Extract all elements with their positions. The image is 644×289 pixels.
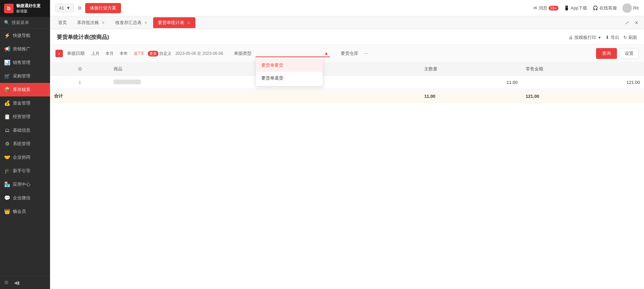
content-area: 要货单统计表(按商品) 🖨 按模板打印 ▼ ⬇ 导出 ↻ 刷新 › (50, 29, 644, 289)
export-btn[interactable]: ⬇ 导出 (605, 35, 619, 41)
sidebar-item-vip[interactable]: 👑 畅会员 (0, 205, 50, 218)
date-custom-btn[interactable]: 自定义 (159, 51, 171, 57)
dropdown-item-order-goods[interactable]: 要货单要货 (256, 59, 323, 72)
filter-type-wrapper: ▲ 要货单要货 要货单退货 (256, 50, 330, 57)
cell-product (110, 76, 277, 89)
sidebar-item-finance[interactable]: 💰 资金管理 (0, 96, 50, 110)
footer-label: 合计 (50, 89, 277, 104)
footer-quantity: 11.00 (420, 89, 522, 104)
tab-inventory-batch-close[interactable]: × (101, 20, 105, 25)
sidebar-item-system[interactable]: ⚙ 系统管理 (0, 137, 50, 151)
refresh-icon: ↻ (623, 35, 627, 40)
messages-label: 消息 (539, 5, 547, 11)
sidebar-item-appstore[interactable]: 🏪 应用中心 (0, 178, 50, 191)
date-btn-last-month[interactable]: 上月 (89, 50, 102, 58)
filter-expand-btn[interactable]: › (55, 50, 63, 57)
tab-order-summary[interactable]: 要货单统计表 × (153, 17, 195, 28)
user-name-label: Rit (633, 5, 639, 10)
sidebar-item-marketing[interactable]: 📢 营销推广 (0, 42, 50, 56)
product-placeholder (114, 80, 141, 84)
tab-inventory-batch-label: 库存批次账 (77, 20, 99, 26)
table-settings-icon[interactable]: ⚙ (78, 66, 82, 72)
export-label: 导出 (611, 35, 619, 41)
type-select[interactable]: ▲ (256, 50, 330, 57)
sidebar-item-enterprise[interactable]: 🤝 企业协同 (0, 151, 50, 164)
cell-quantity: 11.00 (420, 76, 522, 89)
date-btn-this-year[interactable]: 本年 (117, 50, 130, 58)
app-download-btn[interactable]: 📱 App下载 (564, 5, 587, 11)
type-select-input[interactable] (257, 51, 324, 56)
type-filter-label: 单据类型 (234, 50, 252, 57)
date-more-badge[interactable]: 更多 (148, 51, 159, 57)
trial-btn[interactable]: 体验行业方案 (85, 3, 121, 13)
tab-order-summary-label: 要货单统计表 (158, 20, 184, 26)
filter-bar: › 单据日期 上月 本月 本年 近7天 更多 自定义 2023-05-06 至 … (50, 45, 644, 63)
enterprise-icon: 🤝 (4, 154, 10, 160)
sidebar-item-inventory[interactable]: 📦 库存核算 (0, 83, 50, 96)
sidebar-item-basic[interactable]: 🗂 基础信息 (0, 124, 50, 137)
store-name: 41 (59, 5, 64, 10)
sidebar-item-guide[interactable]: 🎓 新手引导 (0, 164, 50, 178)
sidebar-item-sales[interactable]: 📊 销售管理 (0, 56, 50, 69)
table-wrap: ⚙ 商品 主计量单位 主数量 零售金额 1 块 (50, 63, 644, 103)
tab-inventory-batch[interactable]: 库存批次账 × (72, 17, 110, 28)
sidebar: b 畅捷通好生意 标准版 🔍 搜索菜单 ⚡ 快捷导航 📢 营销推广 📊 销售管理… (0, 0, 50, 289)
store-selector[interactable]: 41 ▼ (55, 4, 74, 12)
collapse-sidebar-btn[interactable]: ◀▮ (14, 280, 20, 285)
warehouse-more-icon[interactable]: ··· (364, 50, 368, 57)
marketing-icon: 📢 (4, 46, 10, 52)
type-select-arrow[interactable]: ▲ (324, 50, 329, 56)
sidebar-search[interactable]: 🔍 搜索菜单 (0, 17, 50, 29)
query-btn[interactable]: 查询 (596, 48, 617, 59)
sidebar-brand: 畅捷通好生意 标准版 (16, 3, 41, 14)
table-footer-row: 合计 11.00 121.00 (50, 89, 644, 104)
topbar-left: 41 ▼ ⚙ 体验行业方案 (55, 3, 121, 13)
tab-expand-icon[interactable]: ⤢ (623, 19, 631, 27)
dropdown-menu: 要货单要货 要货单退货 (256, 57, 323, 86)
vip-icon: 👑 (4, 208, 10, 215)
tab-home[interactable]: 首页 (53, 17, 72, 28)
user-profile-btn[interactable]: Rit (622, 3, 639, 13)
tab-receive-summary-label: 收发存汇总表 (115, 20, 142, 26)
tab-order-summary-close[interactable]: × (186, 20, 190, 25)
sidebar-item-shortcuts[interactable]: ⚡ 快捷导航 (0, 29, 50, 42)
online-service-btn[interactable]: 🎧 在线客服 (593, 5, 617, 11)
date-btn-last7days[interactable]: 近7天 (131, 50, 147, 58)
dropdown-item-order-return[interactable]: 要货单退货 (256, 72, 323, 85)
refresh-label: 刷新 (628, 35, 637, 41)
print-icon: 🖨 (569, 35, 573, 40)
tabs-bar: 首页 库存批次账 × 收发存汇总表 × 要货单统计表 × ⤢ ✕ (50, 16, 644, 29)
tab-receive-summary-close[interactable]: × (144, 20, 148, 25)
date-btn-this-month[interactable]: 本月 (103, 50, 116, 58)
date-options: 上月 本月 本年 近7天 更多 自定义 (89, 50, 171, 58)
sidebar-item-operations[interactable]: 📋 经营管理 (0, 110, 50, 124)
settings-footer-icon[interactable]: ⚙ (4, 280, 8, 286)
inventory-icon: 📦 (4, 87, 10, 93)
print-template-btn[interactable]: 🖨 按模板打印 ▼ (569, 35, 601, 41)
service-icon: 🎧 (593, 5, 598, 10)
tab-home-label: 首页 (58, 20, 67, 26)
messages-btn[interactable]: ✉ 消息 99+ (533, 5, 558, 11)
refresh-btn[interactable]: ↻ 刷新 (623, 35, 637, 41)
app-logo: b (4, 4, 14, 13)
search-icon: 🔍 (4, 20, 9, 25)
tab-close-all-icon[interactable]: ✕ (633, 19, 641, 27)
topbar-settings-icon[interactable]: ⚙ (77, 5, 82, 11)
data-table: ⚙ 商品 主计量单位 主数量 零售金额 1 块 (50, 63, 644, 103)
col-settings[interactable]: ⚙ (50, 63, 110, 76)
finance-icon: 💰 (4, 100, 10, 106)
topbar-right: ✉ 消息 99+ 📱 App下载 🎧 在线客服 Rit (533, 3, 639, 13)
sidebar-item-wechat[interactable]: 💬 企业微信 (0, 191, 50, 205)
system-icon: ⚙ (4, 141, 10, 147)
main-area: 41 ▼ ⚙ 体验行业方案 ✉ 消息 99+ 📱 App下载 🎧 在线客服 R (50, 0, 644, 289)
sales-icon: 📊 (4, 60, 10, 66)
settings-btn[interactable]: 设置 (620, 48, 639, 59)
guide-icon: 🎓 (4, 168, 10, 174)
tab-receive-summary[interactable]: 收发存汇总表 × (111, 17, 152, 28)
footer-amount: 121.00 (522, 89, 644, 104)
sidebar-footer: ⚙ ◀▮ (0, 276, 50, 289)
col-product: 商品 (110, 63, 277, 76)
page-header: 要货单统计表(按商品) 🖨 按模板打印 ▼ ⬇ 导出 ↻ 刷新 (50, 29, 644, 45)
sidebar-item-purchase[interactable]: 🛒 采购管理 (0, 69, 50, 83)
col-quantity: 主数量 (420, 63, 522, 76)
